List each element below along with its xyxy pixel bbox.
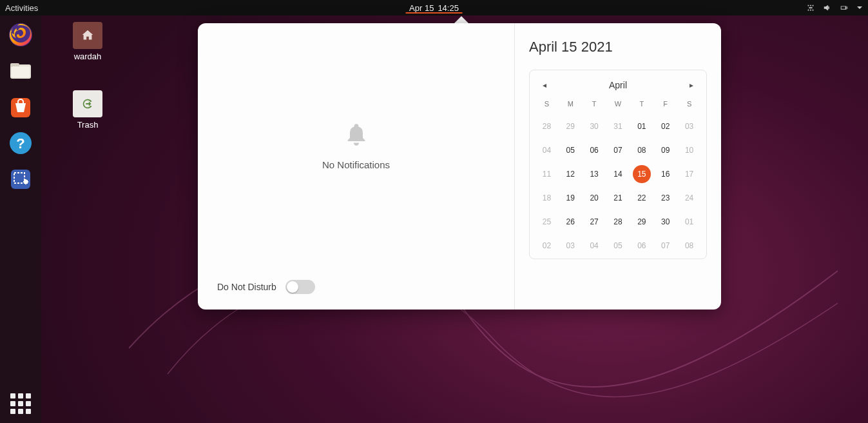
dnd-label: Do Not Disturb [217,282,276,292]
dock-app-help[interactable]: ? [5,128,36,159]
calendar-day[interactable]: 16 [657,165,675,183]
dnd-row: Do Not Disturb [198,268,514,310]
calendar-dow: S [535,97,559,112]
battery-icon [840,3,849,12]
calendar-day[interactable]: 15 [633,165,651,183]
calendar-dow: F [653,97,677,112]
calendar-day[interactable]: 04 [585,237,603,255]
system-tray[interactable] [806,3,863,12]
calendar-day[interactable]: 05 [561,141,579,159]
topbar-time: 14:25 [438,3,459,13]
calendar-day[interactable]: 02 [657,117,675,135]
dock-app-files[interactable] [5,55,36,86]
calendar-next-button[interactable]: ▸ [687,78,696,92]
calendar-day[interactable]: 04 [537,141,555,159]
no-notifications-text: No Notifications [322,159,390,170]
calendar-day[interactable]: 02 [537,237,555,255]
notifications-empty-state: No Notifications [198,23,514,268]
calendar-day[interactable]: 26 [561,213,579,231]
calendar-day[interactable]: 11 [537,165,555,183]
calendar-day[interactable]: 28 [537,117,555,135]
calendar-day[interactable]: 01 [680,213,699,231]
calendar-day[interactable]: 03 [680,117,699,135]
desktop-trash-label: Trash [62,120,113,130]
calendar-dow: M [559,97,583,112]
show-applications-button[interactable] [10,393,31,414]
folder-icon [73,22,102,49]
topbar-date: Apr 15 [409,3,434,13]
calendar-day[interactable]: 20 [585,189,603,207]
volume-icon [823,3,832,12]
bell-icon [343,122,369,148]
calendar-day[interactable]: 19 [561,189,579,207]
calendar-grid: SMTWTFS282930310102030405060708091011121… [535,97,701,255]
dock-app-firefox[interactable] [5,19,36,50]
calendar-day[interactable]: 14 [609,165,627,183]
clock-button[interactable]: Apr 15 14:25 [409,3,459,13]
trash-icon [73,90,102,117]
calendar-dow: T [583,97,606,112]
calendar-heading: April 15 2021 [529,39,707,55]
dock-app-software[interactable] [5,92,36,123]
calendar-day[interactable]: 31 [609,117,627,135]
calendar-day[interactable]: 17 [680,165,699,183]
desktop-folder-home[interactable]: wardah [62,22,113,61]
calendar-dow: W [606,97,630,112]
calendar-day[interactable]: 21 [609,189,627,207]
calendar-dow: T [630,97,653,112]
calendar-day[interactable]: 29 [633,213,651,231]
calendar-day[interactable]: 27 [585,213,603,231]
datetime-popover: No Notifications Do Not Disturb April 15… [198,23,721,310]
chevron-down-icon [856,5,863,11]
calendar-day[interactable]: 09 [657,141,675,159]
calendar-day[interactable]: 01 [633,117,651,135]
calendar-day[interactable]: 08 [633,141,651,159]
calendar-day[interactable]: 30 [657,213,675,231]
calendar-dow: S [677,97,701,112]
desktop-trash[interactable]: Trash [62,90,113,130]
calendar-widget: ◂ April ▸ SMTWTFS28293031010203040506070… [529,70,707,259]
calendar-day[interactable]: 25 [537,213,555,231]
calendar-day[interactable]: 03 [561,237,579,255]
dock: ? [0,15,41,423]
network-icon [806,3,815,12]
calendar-day[interactable]: 28 [609,213,627,231]
calendar-day[interactable]: 18 [537,189,555,207]
calendar-day[interactable]: 07 [657,237,675,255]
calendar-day[interactable]: 13 [585,165,603,183]
calendar-day[interactable]: 30 [585,117,603,135]
calendar-month-label: April [609,80,627,90]
calendar-day[interactable]: 05 [609,237,627,255]
dnd-toggle[interactable] [285,280,315,294]
notifications-pane: No Notifications Do Not Disturb [198,23,515,310]
calendar-day[interactable]: 06 [633,237,651,255]
calendar-day[interactable]: 23 [657,189,675,207]
top-bar: Activities Apr 15 14:25 [0,0,868,15]
calendar-day[interactable]: 10 [680,141,699,159]
desktop-folder-label: wardah [62,52,113,61]
svg-text:?: ? [16,135,24,152]
calendar-day[interactable]: 29 [561,117,579,135]
calendar-day[interactable]: 24 [680,189,699,207]
calendar-prev-button[interactable]: ◂ [540,78,549,92]
calendar-day[interactable]: 06 [585,141,603,159]
calendar-day[interactable]: 22 [633,189,651,207]
calendar-pane: April 15 2021 ◂ April ▸ SMTWTFS282930310… [515,23,721,310]
activities-button[interactable]: Activities [5,3,38,13]
dock-app-screenshot[interactable] [5,164,36,195]
svg-rect-3 [12,66,30,77]
calendar-day[interactable]: 12 [561,165,579,183]
calendar-day[interactable]: 07 [609,141,627,159]
calendar-day[interactable]: 08 [680,237,699,255]
